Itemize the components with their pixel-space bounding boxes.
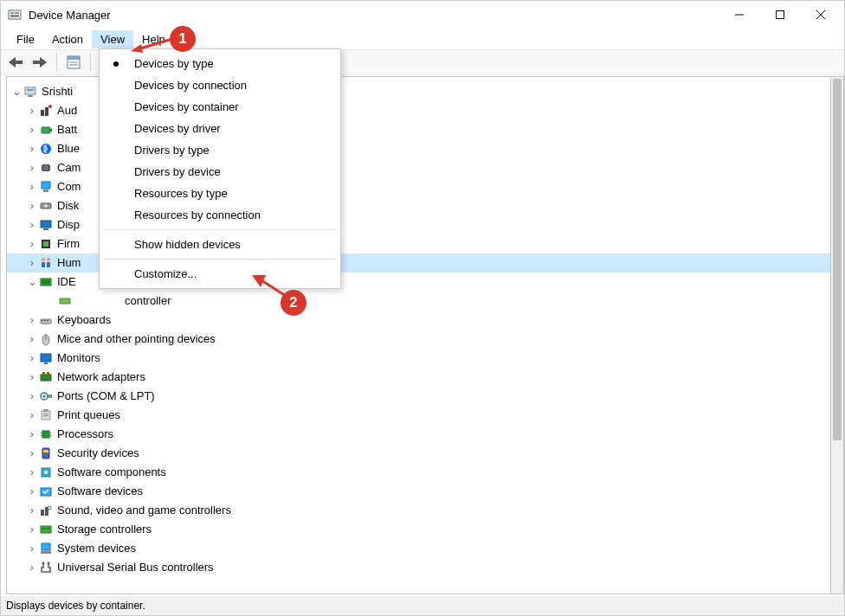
tree-label: Firm (57, 234, 80, 253)
menu-resources-by-type[interactable]: Resources by type (100, 183, 340, 204)
menu-devices-by-container[interactable]: Devices by container (100, 96, 340, 118)
menu-item-label: Devices by container (134, 100, 239, 113)
menu-devices-by-connection[interactable]: Devices by connection (100, 74, 340, 96)
menu-drivers-by-device[interactable]: Drivers by device (100, 161, 340, 183)
menu-drivers-by-type[interactable]: Drivers by type (100, 139, 340, 161)
close-button[interactable] (801, 1, 841, 29)
tree-label: Aud (57, 101, 77, 120)
tree-item[interactable]: ›Software components (7, 463, 837, 482)
maximize-button[interactable] (760, 1, 800, 29)
menu-resources-by-connection[interactable]: Resources by connection (100, 204, 340, 226)
svg-point-36 (47, 258, 50, 261)
svg-rect-5 (777, 11, 784, 19)
tree-label: controller (125, 292, 171, 311)
scrollbar-thumb[interactable] (833, 79, 842, 440)
forward-button[interactable] (30, 53, 49, 72)
svg-rect-44 (42, 320, 43, 321)
svg-rect-61 (42, 431, 49, 438)
menu-item-label: Drivers by type (134, 144, 210, 157)
svg-rect-18 (45, 107, 48, 116)
menu-item-label: Resources by type (134, 187, 228, 200)
menu-item-label: Customize... (134, 267, 197, 280)
tree-item[interactable]: ›Security devices (7, 444, 837, 463)
tree-item[interactable]: ›Mice and other pointing devices (7, 330, 837, 349)
properties-button[interactable] (64, 53, 83, 72)
tree-item[interactable]: ›Keyboards (7, 311, 837, 330)
tree-item[interactable]: ›Print queues (7, 406, 837, 425)
device-category-icon (38, 123, 54, 137)
menu-item-label: Devices by connection (134, 79, 247, 92)
device-category-icon (38, 351, 54, 365)
tree-item[interactable]: ›Processors (7, 425, 837, 444)
menu-item-label: Drivers by device (134, 165, 221, 178)
tree-label: IDE (57, 273, 76, 292)
svg-rect-78 (41, 551, 51, 554)
tree-label: Storage controllers (57, 520, 152, 539)
menu-action[interactable]: Action (43, 30, 92, 48)
tree-label: Software components (57, 463, 166, 482)
tree-item[interactable]: ›Storage controllers (7, 520, 837, 539)
chevron-icon: › (26, 330, 38, 349)
chevron-icon: › (26, 520, 38, 539)
device-category-icon (38, 275, 54, 289)
menu-view[interactable]: View (92, 30, 133, 48)
tree-label: Print queues (57, 406, 120, 425)
tree-label: Disk (57, 196, 79, 215)
tree-item[interactable]: ›System devices (7, 539, 837, 558)
tree-item[interactable]: ›Monitors (7, 349, 837, 368)
chevron-icon: › (26, 311, 38, 330)
tree-item[interactable]: ›Ports (COM & LPT) (7, 387, 837, 406)
device-category-icon (38, 484, 54, 498)
svg-rect-26 (42, 182, 50, 189)
tree-item[interactable]: ›Network adapters (7, 368, 837, 387)
svg-rect-2 (15, 12, 19, 14)
status-text: Displays devices by container. (6, 600, 145, 612)
tree-label: Security devices (57, 444, 139, 463)
chevron-icon: › (26, 387, 38, 406)
device-icon (57, 294, 73, 308)
tree-label: System devices (57, 539, 136, 558)
vertical-scrollbar[interactable] (830, 76, 844, 594)
chevron-icon: › (26, 406, 38, 425)
menu-show-hidden-devices[interactable]: Show hidden devices (100, 234, 340, 255)
tree-label: Blue (57, 139, 80, 158)
back-button[interactable] (6, 53, 25, 72)
device-category-icon (38, 446, 54, 460)
menu-file[interactable]: File (8, 30, 43, 48)
chevron-icon: › (26, 463, 38, 482)
annotation-step2: 2 (281, 290, 306, 316)
menu-separator (103, 259, 337, 260)
menu-devices-by-type[interactable]: Devices by type (100, 53, 340, 74)
tree-label: Com (57, 177, 81, 196)
tree-item[interactable]: ›Software devices (7, 482, 837, 501)
device-category-icon (38, 180, 54, 194)
svg-rect-42 (60, 298, 70, 304)
window-title: Device Manager (29, 9, 111, 22)
device-category-icon (38, 332, 54, 346)
tree-item-child[interactable]: controller (7, 292, 837, 311)
svg-point-55 (43, 395, 46, 398)
svg-rect-65 (49, 435, 51, 436)
svg-rect-75 (42, 528, 45, 529)
menu-devices-by-driver[interactable]: Devices by driver (100, 118, 340, 139)
tree-label: Batt (57, 120, 77, 139)
tree-label: Ports (COM & LPT) (57, 387, 155, 406)
device-category-icon (38, 408, 54, 422)
chevron-icon: › (26, 196, 38, 215)
svg-point-79 (42, 562, 45, 565)
tree-item[interactable]: ›Sound, video and game controllers (7, 501, 837, 520)
menu-customize[interactable]: Customize... (100, 263, 340, 285)
chevron-icon: › (26, 215, 38, 234)
svg-rect-62 (41, 433, 42, 433)
chevron-icon: › (26, 349, 38, 368)
minimize-button[interactable] (719, 1, 759, 29)
device-category-icon (38, 465, 54, 479)
tree-item[interactable]: ›Universal Serial Bus controllers (7, 558, 837, 577)
device-category-icon (38, 142, 54, 156)
chevron-icon: › (26, 139, 38, 158)
app-icon (8, 8, 22, 22)
menu-separator (103, 229, 337, 230)
chevron-icon: › (26, 368, 38, 387)
chevron-icon: › (26, 177, 38, 196)
svg-rect-53 (47, 372, 49, 375)
